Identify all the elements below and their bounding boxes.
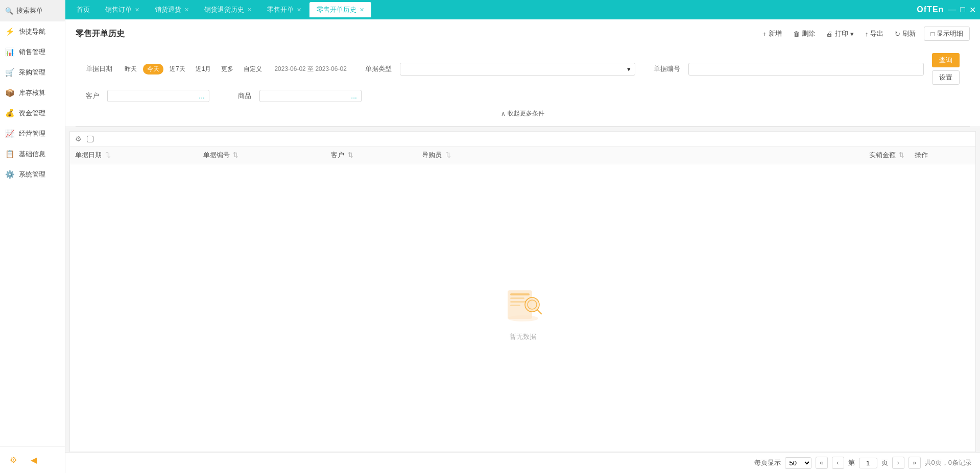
export-button[interactable]: ↑ 导出 (862, 27, 887, 40)
next-page-button[interactable]: › (892, 457, 904, 469)
sidebar-collapse-button[interactable]: ◀ (26, 452, 42, 468)
empty-state: 暂无数据 (70, 164, 975, 452)
delete-label: 删除 (802, 29, 815, 38)
settings-label: 设置 (939, 73, 952, 82)
tab-retail-open[interactable]: 零售开单 ✕ (260, 2, 308, 17)
sidebar-item-quick-nav[interactable]: ⚡ 快捷导航 (0, 21, 65, 42)
sort-date-icon[interactable]: ⇅ (105, 151, 111, 159)
customer-ellipsis-button[interactable]: ... (199, 92, 205, 100)
export-icon: ↑ (865, 30, 869, 38)
sidebar-item-basic-info[interactable]: 📋 基础信息 (0, 144, 65, 164)
tab-sales-return-history[interactable]: 销货退货历史 ✕ (197, 2, 259, 17)
date-today-button[interactable]: 今天 (143, 64, 163, 74)
print-button[interactable]: 🖨 打印 ▾ (823, 27, 857, 40)
doc-type-select[interactable]: ▾ (400, 63, 635, 76)
print-label: 打印 (835, 29, 848, 38)
date-1month-button[interactable]: 近1月 (192, 64, 216, 74)
date-custom-button[interactable]: 自定义 (240, 64, 266, 74)
sidebar-item-sales-mgmt[interactable]: 📊 销售管理 (0, 42, 65, 62)
filter-row-1: 单据日期 昨天 今天 近7天 近1月 更多 自定义 2023-06-02 至 2… (86, 53, 960, 85)
svg-rect-4 (510, 301, 527, 303)
sort-customer-icon[interactable]: ⇅ (348, 151, 353, 159)
query-button[interactable]: 查询 (932, 53, 960, 67)
empty-text: 暂无数据 (510, 332, 536, 341)
collapse-up-icon: ∧ (501, 110, 506, 117)
sidebar-item-label: 基础信息 (19, 150, 45, 159)
query-label: 查询 (939, 56, 952, 65)
data-table: 单据日期 ⇅ 单据编号 ⇅ 客户 ⇅ 导购员 ⇅ (70, 146, 975, 164)
refresh-button[interactable]: ↻ 刷新 (892, 27, 919, 40)
sidebar-item-label: 销售管理 (19, 47, 45, 57)
date-more-button[interactable]: 更多 (217, 64, 237, 74)
table-area: ⚙ 单据日期 ⇅ 单据编号 ⇅ 客户 (69, 131, 976, 452)
refresh-icon: ↻ (895, 30, 900, 38)
page-header: 零售开单历史 + 新增 🗑 删除 🖨 打印 ▾ (65, 19, 980, 127)
brand-label: OfTEn (917, 5, 944, 14)
page-label: 第 (848, 458, 855, 467)
add-button[interactable]: + 新增 (759, 27, 785, 40)
window-max-button[interactable]: □ (960, 5, 965, 14)
last-page-button[interactable]: » (909, 457, 921, 469)
tab-sales-return-label: 销货退货 (155, 5, 181, 14)
sidebar-item-label: 库存核算 (19, 88, 45, 97)
window-close-button[interactable]: ✕ (969, 5, 976, 15)
page-number-input[interactable] (859, 458, 877, 468)
delete-button[interactable]: 🗑 删除 (790, 27, 818, 40)
pagination: 每页显示 10 20 50 100 « ‹ 第 页 › » 共0页，0条记录 (65, 452, 980, 473)
search-icon: 🔍 (5, 7, 13, 15)
date-7days-button[interactable]: 近7天 (165, 64, 189, 74)
sort-guide-icon[interactable]: ⇅ (445, 151, 451, 159)
tab-sales-return-close[interactable]: ✕ (184, 7, 189, 13)
sidebar-item-inventory[interactable]: 📦 库存核算 (0, 83, 65, 103)
svg-rect-3 (510, 297, 524, 299)
col-amount: 实销金额 ⇅ (782, 146, 910, 164)
sort-amount-icon[interactable]: ⇅ (899, 151, 904, 159)
tab-home[interactable]: 首页 (69, 2, 97, 17)
date-filter-buttons: 昨天 今天 近7天 近1月 更多 自定义 (121, 64, 266, 74)
sidebar-search[interactable]: 🔍 搜索菜单 (0, 0, 65, 21)
page-title: 零售开单历史 (76, 29, 125, 39)
inventory-icon: 📦 (5, 88, 15, 97)
collapse-label: 收起更多条件 (508, 109, 544, 118)
export-label: 导出 (870, 29, 883, 38)
tab-sales-return[interactable]: 销货退货 ✕ (148, 2, 196, 17)
col-date: 单据日期 ⇅ (70, 146, 198, 164)
sidebar-item-label: 快捷导航 (19, 27, 45, 36)
filter-area: 单据日期 昨天 今天 近7天 近1月 更多 自定义 2023-06-02 至 2… (76, 47, 970, 127)
sidebar-settings-button[interactable]: ⚙ (5, 452, 21, 468)
toolbar: + 新增 🗑 删除 🖨 打印 ▾ ↑ 导出 (759, 27, 970, 41)
settings-btn[interactable]: 设置 (932, 70, 960, 85)
tab-retail-open-history[interactable]: 零售开单历史 ✕ (309, 2, 371, 17)
tab-retail-open-history-close[interactable]: ✕ (360, 7, 364, 13)
prev-page-button[interactable]: ‹ (832, 457, 844, 469)
goods-ellipsis-button[interactable]: ... (351, 92, 357, 100)
tab-sales-order[interactable]: 销售订单 ✕ (98, 2, 147, 17)
sort-no-icon[interactable]: ⇅ (233, 151, 238, 159)
tab-sales-return-history-close[interactable]: ✕ (247, 7, 252, 13)
sidebar: 🔍 搜索菜单 ⚡ 快捷导航 📊 销售管理 🛒 采购管理 📦 库存核算 💰 资金管… (0, 0, 65, 473)
sidebar-item-operation[interactable]: 📈 经营管理 (0, 123, 65, 144)
finance-icon: 💰 (5, 109, 15, 118)
add-icon: + (762, 30, 767, 38)
select-all-checkbox[interactable] (87, 136, 93, 142)
sidebar-item-sys-mgmt[interactable]: ⚙️ 系统管理 (0, 164, 65, 185)
table-settings-icon[interactable]: ⚙ (75, 135, 82, 143)
doc-no-input[interactable] (688, 63, 924, 76)
settings-gear-icon: ⚙ (10, 455, 17, 465)
operation-icon: 📈 (5, 129, 15, 138)
tab-sales-order-close[interactable]: ✕ (135, 7, 139, 13)
sidebar-item-purchase-mgmt[interactable]: 🛒 采购管理 (0, 62, 65, 83)
svg-line-8 (537, 310, 541, 314)
sys-mgmt-icon: ⚙️ (5, 170, 15, 179)
col-no: 单据编号 ⇅ (198, 146, 326, 164)
sidebar-item-label: 系统管理 (19, 170, 45, 179)
per-page-select[interactable]: 10 20 50 100 (785, 457, 811, 469)
display-detail-button[interactable]: □ 显示明细 (924, 27, 970, 41)
date-yesterday-button[interactable]: 昨天 (121, 64, 141, 74)
tab-retail-open-close[interactable]: ✕ (297, 7, 301, 13)
first-page-button[interactable]: « (816, 457, 828, 469)
window-min-button[interactable]: — (948, 5, 956, 14)
last-page-icon: » (913, 459, 916, 466)
sidebar-item-finance[interactable]: 💰 资金管理 (0, 103, 65, 123)
collapse-bar[interactable]: ∧ 收起更多条件 (86, 107, 960, 120)
